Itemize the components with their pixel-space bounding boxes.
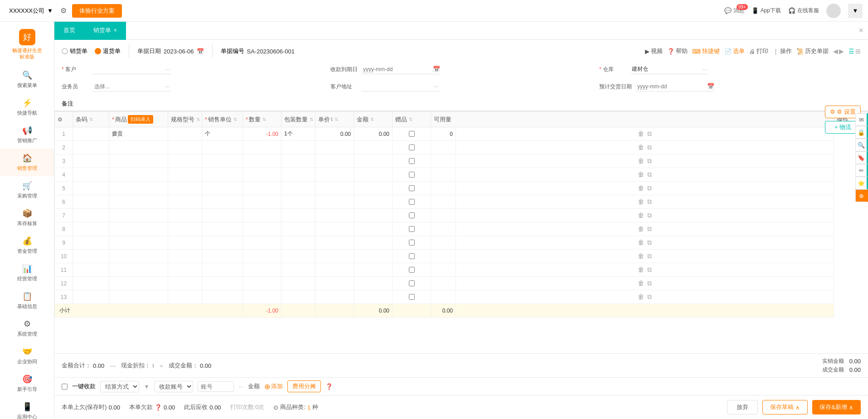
delete-icon-8[interactable]: 🗑 <box>638 239 644 246</box>
cell-gift-2[interactable] <box>393 154 431 168</box>
account-input[interactable] <box>198 381 234 392</box>
cell-gift-0[interactable] <box>393 127 431 141</box>
cell-qty-5[interactable] <box>243 195 281 209</box>
pkg-sort-icon[interactable]: ⇅ <box>310 117 313 122</box>
cell-barcode-4[interactable] <box>73 182 109 195</box>
sidebar-item-operations[interactable]: 📊 经营管理 <box>0 259 54 287</box>
cell-qty-10[interactable] <box>243 263 281 277</box>
salesperson-input[interactable] <box>92 82 164 91</box>
settle-method-select[interactable]: 结算方式 <box>100 381 139 392</box>
sidebar-item-basic[interactable]: 📋 基础信息 <box>0 287 54 314</box>
cell-qty-0[interactable]: -1.00 <box>243 127 281 141</box>
sidebar-item-finance[interactable]: 💰 资金管理 <box>0 231 54 259</box>
next-arrow-icon[interactable]: ▶ <box>839 48 844 55</box>
barcode-sort-icon[interactable]: ⇅ <box>89 117 93 122</box>
copy-icon-6[interactable]: ⧉ <box>647 212 652 219</box>
app-download-item[interactable]: 📱 App下载 <box>752 7 781 14</box>
notes-input[interactable] <box>77 101 861 107</box>
cell-spec-7[interactable] <box>168 222 202 236</box>
radio-return[interactable]: 退货单 <box>95 47 121 55</box>
cell-barcode-12[interactable] <box>73 290 109 304</box>
salesperson-dots-btn[interactable]: ··· <box>164 83 171 90</box>
save-draft-button[interactable]: 保存草稿 ∧ <box>762 400 808 414</box>
cell-qty-7[interactable] <box>243 222 281 236</box>
question-icon[interactable]: ❓ <box>325 383 333 390</box>
sidebar-item-purchase[interactable]: 🛒 采购管理 <box>0 176 54 204</box>
cell-gift-4[interactable] <box>393 182 431 195</box>
cell-barcode-0[interactable] <box>73 127 109 141</box>
delete-icon-11[interactable]: 🗑 <box>638 279 644 287</box>
cell-gift-6[interactable] <box>393 209 431 222</box>
sidebar-item-apps[interactable]: 📱 应用中心 <box>0 397 54 419</box>
cell-qty-8[interactable] <box>243 236 281 250</box>
cell-gift-1[interactable] <box>393 141 431 154</box>
cell-qty-6[interactable] <box>243 209 281 222</box>
customer-addr-dots-btn[interactable]: ··· <box>433 83 440 90</box>
expense-split-button[interactable]: 费用分摊 <box>287 380 321 392</box>
cell-spec-11[interactable] <box>168 277 202 290</box>
settle-account-select[interactable]: 收款账号 <box>154 381 193 392</box>
save-new-button[interactable]: 保存&新增 ∧ <box>812 400 861 414</box>
copy-icon-11[interactable]: ⧉ <box>647 279 652 287</box>
rfp-btn-2[interactable]: 🔒 <box>855 126 868 139</box>
warehouse-dots-btn[interactable]: ··· <box>702 66 708 72</box>
cell-spec-6[interactable] <box>168 209 202 222</box>
copy-icon-8[interactable]: ⧉ <box>647 239 652 246</box>
cell-spec-2[interactable] <box>168 154 202 168</box>
notification-item[interactable]: 💬 消息 99+ <box>724 7 744 14</box>
delete-icon-7[interactable]: 🗑 <box>638 225 644 232</box>
list-view-icon[interactable]: ☰ <box>849 48 854 55</box>
tab-sale-order[interactable]: 销货单 × <box>84 22 126 40</box>
cell-barcode-11[interactable] <box>73 277 109 290</box>
cell-spec-1[interactable] <box>168 141 202 154</box>
cell-barcode-7[interactable] <box>73 222 109 236</box>
amount-sort-icon[interactable]: ⇅ <box>370 117 374 122</box>
select-order-btn[interactable]: 📄 选单 <box>724 47 745 55</box>
cell-qty-3[interactable] <box>243 168 281 182</box>
copy-icon-0[interactable]: ⧉ <box>647 130 652 137</box>
scan-button[interactable]: 扫码录入 <box>128 115 153 124</box>
sidebar-logo[interactable]: 好 畅捷通好生意标准版 <box>0 25 54 66</box>
copy-icon-3[interactable]: ⧉ <box>647 171 652 178</box>
cell-qty-1[interactable] <box>243 141 281 154</box>
delete-icon-9[interactable]: 🗑 <box>638 252 644 260</box>
spec-sort-icon[interactable]: ⇅ <box>196 117 200 122</box>
copy-icon-7[interactable]: ⧉ <box>647 225 652 232</box>
cell-qty-2[interactable] <box>243 154 281 168</box>
copy-icon-1[interactable]: ⧉ <box>647 144 652 151</box>
cell-barcode-1[interactable] <box>73 141 109 154</box>
cell-qty-9[interactable] <box>243 250 281 263</box>
cell-qty-12[interactable] <box>243 290 281 304</box>
copy-icon-9[interactable]: ⧉ <box>647 252 652 260</box>
settings-icon[interactable]: ⚙ <box>60 6 67 15</box>
expected-date-cal-icon[interactable]: 📅 <box>707 83 714 90</box>
price-sort-icon[interactable]: ⇅ <box>335 117 338 122</box>
sidebar-item-guide[interactable]: 🎯 新手引导 <box>0 370 54 397</box>
delete-icon-12[interactable]: 🗑 <box>638 293 644 300</box>
cell-gift-5[interactable] <box>393 195 431 209</box>
company-selector[interactable]: XXXXXX公司 ▼ <box>5 5 57 17</box>
delete-icon-4[interactable]: 🗑 <box>638 184 644 192</box>
copy-icon-12[interactable]: ⧉ <box>647 293 652 300</box>
ops-btn[interactable]: ⋮ 操作 <box>773 47 792 55</box>
delete-icon-5[interactable]: 🗑 <box>638 198 644 205</box>
history-btn[interactable]: 📜 历史单据 <box>796 47 829 55</box>
one-click-pay-checkbox[interactable] <box>62 384 68 390</box>
tab-close-icon[interactable]: × <box>114 27 117 34</box>
online-service-item[interactable]: 🎧 在线客服 <box>788 7 819 14</box>
cell-spec-4[interactable] <box>168 182 202 195</box>
goods-type-btn[interactable]: ⊙ 商品种类: 1 种 <box>273 403 318 411</box>
cell-qty-4[interactable] <box>243 182 281 195</box>
add-button[interactable]: ⊕ 添加 <box>264 382 283 391</box>
sidebar-item-inventory[interactable]: 📦 库存核算 <box>0 204 54 231</box>
rfp-btn-4[interactable]: 🔖 <box>855 151 868 164</box>
cell-barcode-8[interactable] <box>73 236 109 250</box>
rfp-btn-5[interactable]: ✏ <box>855 164 868 177</box>
cell-barcode-10[interactable] <box>73 263 109 277</box>
customer-addr-input[interactable] <box>361 82 433 91</box>
cell-barcode-2[interactable] <box>73 154 109 168</box>
cell-spec-9[interactable] <box>168 250 202 263</box>
customer-dots-btn[interactable]: ··· <box>164 66 171 72</box>
cell-barcode-6[interactable] <box>73 209 109 222</box>
total-owe-question[interactable]: ❓ <box>155 404 162 411</box>
